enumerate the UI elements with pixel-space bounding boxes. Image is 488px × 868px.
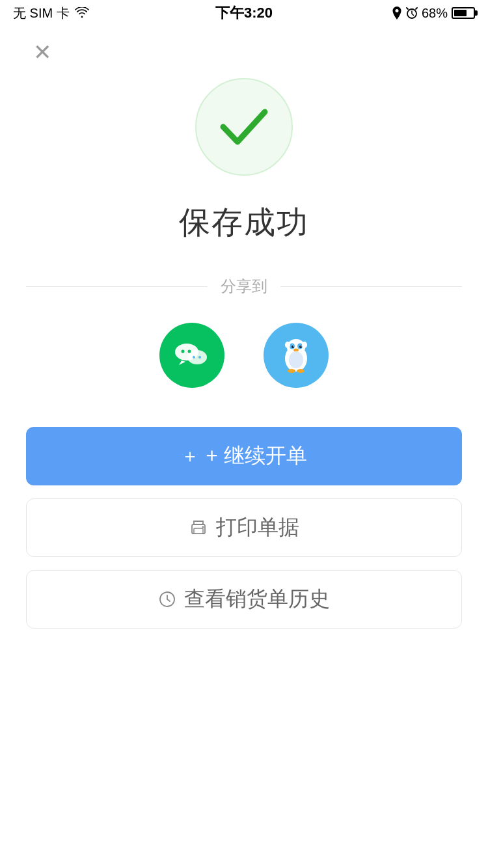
svg-point-17 — [289, 351, 303, 368]
checkmark-icon — [218, 104, 270, 150]
share-section: 分享到 — [26, 276, 462, 388]
svg-point-20 — [285, 342, 290, 348]
alarm-icon — [406, 7, 418, 20]
history-label: 查看销货单历史 — [184, 585, 330, 614]
svg-point-4 — [182, 350, 185, 353]
continue-button[interactable]: ＋ + 继续开单 — [26, 427, 462, 485]
battery-percent: 68% — [422, 6, 448, 21]
divider-right — [280, 286, 462, 287]
continue-label: + 继续开单 — [206, 442, 307, 470]
action-buttons: ＋ + 继续开单 打印单据 查看销货单历史 — [26, 427, 462, 629]
location-icon — [392, 7, 402, 20]
svg-point-15 — [301, 346, 302, 347]
plus-icon: ＋ — [181, 444, 199, 468]
svg-point-14 — [293, 346, 294, 347]
svg-point-18 — [288, 369, 295, 373]
print-label: 打印单据 — [216, 513, 299, 542]
carrier-text: 无 SIM 卡 — [13, 5, 70, 22]
status-bar: 无 SIM 卡 下午3:20 68% — [0, 0, 488, 26]
close-icon: ✕ — [33, 41, 51, 63]
svg-rect-23 — [194, 528, 203, 534]
success-circle — [195, 78, 293, 176]
history-button[interactable]: 查看销货单历史 — [26, 570, 462, 629]
wechat-icon — [172, 339, 211, 372]
close-button[interactable]: ✕ — [26, 36, 59, 68]
battery-icon — [452, 7, 475, 19]
history-icon — [158, 590, 176, 608]
qq-icon — [277, 336, 315, 375]
svg-point-0 — [395, 9, 398, 12]
wifi-icon — [75, 7, 89, 19]
svg-point-7 — [198, 356, 201, 359]
share-divider: 分享到 — [26, 276, 462, 297]
svg-point-16 — [293, 349, 299, 352]
status-right: 68% — [392, 6, 475, 21]
svg-point-5 — [188, 350, 191, 353]
svg-point-6 — [193, 356, 195, 359]
qq-share-button[interactable] — [264, 323, 329, 388]
print-button[interactable]: 打印单据 — [26, 498, 462, 557]
wechat-share-button[interactable] — [159, 323, 224, 388]
main-content: 保存成功 分享到 — [0, 26, 488, 868]
svg-point-24 — [202, 526, 204, 528]
share-icons — [159, 323, 329, 388]
status-left: 无 SIM 卡 — [13, 5, 89, 22]
divider-left — [26, 286, 208, 287]
success-title: 保存成功 — [179, 202, 309, 243]
svg-point-21 — [302, 342, 307, 348]
status-time: 下午3:20 — [215, 3, 273, 23]
svg-point-19 — [297, 369, 305, 373]
share-label: 分享到 — [221, 276, 267, 297]
printer-icon — [189, 519, 208, 537]
